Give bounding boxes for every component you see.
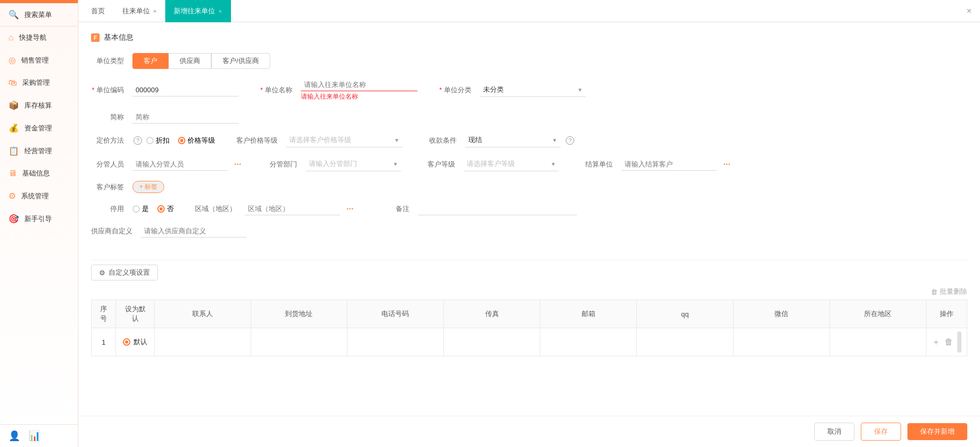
remarks-input[interactable] xyxy=(418,203,577,215)
cell-qq[interactable] xyxy=(637,328,733,356)
unit-name-input[interactable] xyxy=(301,78,417,91)
unit-category-arrow: ▼ xyxy=(577,87,583,93)
base-info-icon: 🖥 xyxy=(8,169,17,178)
custom-settings-button[interactable]: ⚙ 自定义项设置 xyxy=(91,265,158,281)
save-button[interactable]: 保存 xyxy=(861,423,901,441)
table-body: 1 默认 xyxy=(92,328,967,356)
section-title: 基本信息 xyxy=(104,33,133,42)
chart-icon[interactable]: 📊 xyxy=(29,430,40,442)
cell-contact[interactable] xyxy=(154,328,251,356)
user-icon[interactable]: 👤 xyxy=(8,430,20,442)
purchase-icon: 🛍 xyxy=(8,78,17,87)
tab-partner-units[interactable]: 往来单位 × xyxy=(114,0,165,22)
payment-terms-arrow: ▼ xyxy=(552,137,557,143)
sidebar-quick-nav-label: 快捷导航 xyxy=(19,33,47,42)
sales-icon: ◎ xyxy=(8,55,16,65)
tab-add-partner[interactable]: 新增往来单位 × xyxy=(165,0,230,22)
region-field: 区域（地区） ··· xyxy=(195,203,355,215)
disabled-row: 停用 是 否 区域（地区） xyxy=(91,203,967,215)
bulk-delete-button[interactable]: 🗑 批量删除 xyxy=(931,287,967,296)
wechat-input[interactable] xyxy=(739,338,824,346)
pricing-method-help[interactable]: ? xyxy=(133,136,142,145)
disabled-yes[interactable]: 是 xyxy=(132,204,149,214)
unit-code-input[interactable] xyxy=(132,84,238,97)
tab-partner-close[interactable]: × xyxy=(153,8,156,14)
address-input[interactable] xyxy=(256,338,342,346)
cell-phone[interactable] xyxy=(347,328,443,356)
sidebar-item-search[interactable]: 🔍 搜索菜单 xyxy=(0,3,78,27)
sidebar: 🔍 搜索菜单 ⌂ 快捷导航 ◎ 销售管理 🛍 采购管理 📦 库存核算 💰 资金管… xyxy=(0,0,78,447)
main-area: 首页 往来单位 × 新增往来单位 × × F 基本信息 单位类型 客户 xyxy=(78,0,980,447)
cell-email[interactable] xyxy=(540,328,637,356)
radio-level-circle xyxy=(178,137,185,144)
tab-home[interactable]: 首页 xyxy=(83,0,114,22)
customer-level-arrow: ▼ xyxy=(550,161,556,167)
col-wechat: 微信 xyxy=(733,300,830,328)
default-label: 默认 xyxy=(133,337,147,347)
customer-level-select[interactable]: 请选择客户等级 ▼ xyxy=(464,157,559,171)
unit-name-label: 单位名称 xyxy=(260,85,297,95)
pricing-radio-level[interactable]: 价格等级 xyxy=(178,136,215,145)
add-tag-button[interactable]: + 标签 xyxy=(132,181,164,193)
contact-input[interactable] xyxy=(160,338,245,346)
unit-type-label: 单位类型 xyxy=(91,56,128,66)
sidebar-item-purchase[interactable]: 🛍 采购管理 xyxy=(0,72,78,94)
phone-input[interactable] xyxy=(353,338,438,346)
dept-select[interactable]: 请输入分管部门 ▼ xyxy=(306,157,401,171)
email-input[interactable] xyxy=(546,338,631,346)
short-name-row: 简称 xyxy=(91,111,967,124)
sidebar-item-inventory[interactable]: 📦 库存核算 xyxy=(0,94,78,117)
cell-fax[interactable] xyxy=(444,328,540,356)
unit-type-customer[interactable]: 客户 xyxy=(132,53,168,69)
add-row-button[interactable]: ＋ xyxy=(932,337,940,348)
save-new-button[interactable]: 保存并新增 xyxy=(907,423,967,440)
delete-row-button[interactable]: 🗑 xyxy=(945,337,953,347)
short-name-input[interactable] xyxy=(132,111,238,124)
supplier-custom-input[interactable] xyxy=(141,225,247,238)
sidebar-item-quick-nav[interactable]: ⌂ 快捷导航 xyxy=(0,27,78,49)
col-region: 所在地区 xyxy=(830,300,926,328)
region-input[interactable] xyxy=(245,203,340,215)
unit-type-both[interactable]: 客户/供应商 xyxy=(211,53,270,69)
table-row: 1 默认 xyxy=(92,328,967,356)
sidebar-item-base-info[interactable]: 🖥 基础信息 xyxy=(0,162,78,185)
short-name-field: 简称 xyxy=(91,111,238,124)
manager-more[interactable]: ··· xyxy=(232,160,243,169)
cell-address[interactable] xyxy=(251,328,347,356)
tab-add-partner-close[interactable]: × xyxy=(218,8,221,14)
customer-price-placeholder: 请选择客户价格等级 xyxy=(289,135,392,145)
region-label: 区域（地区） xyxy=(195,204,240,214)
customer-price-select[interactable]: 请选择客户价格等级 ▼ xyxy=(286,133,403,147)
qq-input[interactable] xyxy=(642,338,727,346)
disabled-no[interactable]: 否 xyxy=(157,204,174,214)
customer-price-level-field: 客户价格等级 请选择客户价格等级 ▼ xyxy=(236,133,403,147)
manager-label: 分管人员 xyxy=(91,160,128,169)
row-actions: ＋ 🗑 xyxy=(932,331,961,353)
tab-bar-global-close[interactable]: × xyxy=(963,6,976,16)
sidebar-item-finance[interactable]: 💰 资金管理 xyxy=(0,117,78,139)
cell-wechat[interactable] xyxy=(733,328,830,356)
default-radio[interactable] xyxy=(123,338,130,346)
cancel-button[interactable]: 取消 xyxy=(814,423,854,441)
pricing-radio-discount[interactable]: 折扣 xyxy=(146,136,170,145)
form-section: 单位类型 客户 供应商 客户/供应商 单位编码 单位名称 xyxy=(91,53,967,256)
sidebar-item-new-guide[interactable]: 🎯 新手引导 xyxy=(0,207,78,230)
cell-default[interactable]: 默认 xyxy=(116,328,154,356)
region-table-input[interactable] xyxy=(835,338,921,346)
short-name-label: 简称 xyxy=(91,112,128,122)
settlement-unit-more[interactable]: ··· xyxy=(721,160,732,169)
payment-terms-help[interactable]: ? xyxy=(566,136,574,145)
unit-type-supplier[interactable]: 供应商 xyxy=(168,53,211,69)
sidebar-item-sys-mgmt[interactable]: ⚙ 系统管理 xyxy=(0,185,78,207)
region-more[interactable]: ··· xyxy=(344,204,355,214)
cell-region[interactable] xyxy=(830,328,926,356)
sidebar-item-operations[interactable]: 📋 经营管理 xyxy=(0,139,78,162)
fax-input[interactable] xyxy=(449,338,534,346)
settlement-unit-input[interactable] xyxy=(621,158,717,171)
row-scroll-indicator xyxy=(957,331,961,353)
sidebar-item-sales[interactable]: ◎ 销售管理 xyxy=(0,49,78,72)
payment-terms-select[interactable]: 现结 ▼ xyxy=(465,133,560,147)
unit-category-select[interactable]: 未分类 ▼ xyxy=(480,83,586,97)
pricing-row: 定价方法 ? 折扣 价格等级 客户价格等级 xyxy=(91,133,967,147)
manager-input[interactable] xyxy=(132,158,228,171)
